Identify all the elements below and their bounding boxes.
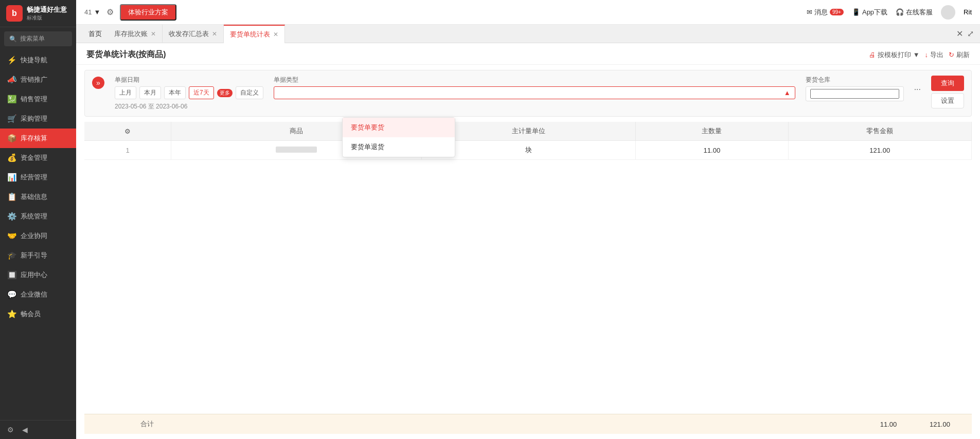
sidebar-item-quick-nav[interactable]: ⚡快捷导航 bbox=[0, 50, 76, 70]
filter-more-icon[interactable]: ··· bbox=[914, 85, 921, 94]
sidebar-item-guide[interactable]: 🎓新手引导 bbox=[0, 246, 76, 265]
tab-label: 收发存汇总表 bbox=[169, 29, 209, 39]
nav-icon-marketing: 📣 bbox=[7, 75, 16, 84]
warehouse-input[interactable] bbox=[810, 89, 899, 99]
dropdown-item-要货单要货[interactable]: 要货单要货 bbox=[343, 118, 455, 137]
tab-bar: 首页 库存批次账✕收发存汇总表✕要货单统计表✕ ✕ ⤢ bbox=[76, 25, 980, 43]
sidebar-nav: ⚡快捷导航📣营销推广💹销售管理🛒采购管理📦库存核算💰资金管理📊经营管理📋基础信息… bbox=[0, 50, 76, 420]
page-body: 要货单统计表(按商品) 🖨 按模板打印 ▼ ↓ 导出 ↻ 刷新 » bbox=[76, 43, 980, 439]
filter-expand-btn[interactable]: » bbox=[92, 77, 104, 89]
tab-收发存汇总表[interactable]: 收发存汇总表✕ bbox=[163, 25, 224, 43]
sidebar-item-operations[interactable]: 📊经营管理 bbox=[0, 168, 76, 187]
close-all-icon[interactable]: ✕ bbox=[956, 29, 963, 39]
expand-icon[interactable]: ⤢ bbox=[967, 29, 974, 39]
warehouse-filter-group: 要货仓库 bbox=[806, 76, 904, 101]
table-footer: 合计 11.00 121.00 bbox=[84, 414, 972, 434]
sidebar-item-finance[interactable]: 💰资金管理 bbox=[0, 148, 76, 168]
date-options-row: 上月本月本年近7天更多自定义 bbox=[115, 86, 263, 99]
query-button[interactable]: 查询 bbox=[931, 76, 964, 91]
footer-label: 合计 bbox=[91, 419, 204, 429]
store-selector[interactable]: 41 ▼ bbox=[84, 8, 100, 16]
tab-close-icon[interactable]: ✕ bbox=[273, 31, 278, 38]
col-header-settings[interactable]: ⚙ bbox=[84, 122, 171, 141]
tabs-actions: ✕ ⤢ bbox=[956, 29, 974, 39]
nav-icon-enterprise: 🤝 bbox=[7, 231, 16, 241]
sidebar-item-purchase[interactable]: 🛒采购管理 bbox=[0, 109, 76, 129]
warehouse-input-container[interactable] bbox=[806, 86, 904, 101]
sidebar-search[interactable]: 🔍 搜索菜单 bbox=[4, 31, 72, 46]
date-filter-label: 单据日期 bbox=[115, 76, 263, 84]
sidebar-item-label: 快捷导航 bbox=[21, 56, 47, 65]
tab-label: 库存批次账 bbox=[114, 29, 148, 39]
date-btn-0[interactable]: 上月 bbox=[115, 86, 136, 99]
nav-icon-quick-nav: ⚡ bbox=[7, 56, 16, 65]
topbar-right: ✉ 消息 99+ 📱 App下载 🎧 在线客服 Rit bbox=[807, 5, 972, 20]
type-chevron-up-icon[interactable]: ▲ bbox=[784, 89, 791, 97]
sidebar-item-label: 营销推广 bbox=[21, 75, 47, 84]
tab-home[interactable]: 首页 bbox=[82, 29, 108, 39]
service-icon: 🎧 bbox=[896, 8, 904, 16]
type-input-container[interactable]: ▲ bbox=[274, 86, 795, 99]
row-index: 1 bbox=[84, 141, 171, 160]
sidebar-item-inventory[interactable]: 📦库存核算 bbox=[0, 129, 76, 148]
username-label: Rit bbox=[964, 8, 972, 16]
tab-close-icon[interactable]: ✕ bbox=[151, 30, 156, 38]
app-logo: b bbox=[6, 5, 23, 22]
sidebar-item-label: 系统管理 bbox=[21, 212, 47, 221]
export-icon: ↓ bbox=[925, 51, 929, 59]
sidebar-item-sales[interactable]: 💹销售管理 bbox=[0, 89, 76, 109]
date-filter-group: 单据日期 上月本月本年近7天更多自定义 2023-05-06 至 2023-06… bbox=[115, 76, 263, 111]
nav-icon-finance: 💰 bbox=[7, 153, 16, 162]
page-actions: 🖨 按模板打印 ▼ ↓ 导出 ↻ 刷新 bbox=[869, 50, 970, 60]
sidebar-item-label: 畅会员 bbox=[21, 309, 41, 319]
date-btn-2[interactable]: 本年 bbox=[164, 86, 186, 99]
warehouse-label: 要货仓库 bbox=[806, 76, 904, 84]
sidebar: b 畅捷通好生意 标准版 🔍 搜索菜单 ⚡快捷导航📣营销推广💹销售管理🛒采购管理… bbox=[0, 0, 76, 439]
footer-amount: 121.00 bbox=[914, 420, 966, 428]
tab-要货单统计表[interactable]: 要货单统计表✕ bbox=[224, 25, 285, 43]
refresh-btn[interactable]: ↻ 刷新 bbox=[949, 50, 970, 60]
sidebar-item-app-center[interactable]: 🔲应用中心 bbox=[0, 265, 76, 285]
sidebar-item-marketing[interactable]: 📣营销推广 bbox=[0, 70, 76, 89]
nav-icon-inventory: 📦 bbox=[7, 134, 16, 143]
more-badge: 更多 bbox=[217, 89, 233, 97]
sidebar-item-wechat[interactable]: 💬企业微信 bbox=[0, 285, 76, 304]
export-btn[interactable]: ↓ 导出 bbox=[925, 50, 944, 60]
user-avatar[interactable] bbox=[941, 5, 955, 20]
tab-库存批次账[interactable]: 库存批次账✕ bbox=[108, 25, 163, 43]
data-table-container: ⚙商品主计量单位主数量零售金额 1 块 11.00 121.00 bbox=[84, 122, 972, 414]
sidebar-item-label: 资金管理 bbox=[21, 153, 47, 162]
message-btn[interactable]: ✉ 消息 99+ bbox=[807, 8, 844, 17]
tab-close-icon[interactable]: ✕ bbox=[212, 30, 217, 38]
print-template-btn[interactable]: 🖨 按模板打印 ▼ bbox=[869, 50, 920, 60]
sidebar-item-base-info[interactable]: 📋基础信息 bbox=[0, 187, 76, 207]
chevron-down-icon: ▼ bbox=[94, 8, 100, 16]
print-chevron-icon: ▼ bbox=[913, 51, 920, 59]
sidebar-item-label: 采购管理 bbox=[21, 114, 47, 123]
collapse-icon[interactable]: ◀ bbox=[22, 426, 28, 434]
nav-icon-purchase: 🛒 bbox=[7, 114, 16, 123]
settings-icon[interactable]: ⚙ bbox=[7, 426, 14, 434]
sidebar-item-membership[interactable]: ⭐畅会员 bbox=[0, 304, 76, 324]
sidebar-item-system[interactable]: ⚙️系统管理 bbox=[0, 207, 76, 226]
search-icon: 🔍 bbox=[9, 35, 17, 43]
table-row: 1 块 11.00 121.00 bbox=[84, 141, 972, 160]
settings-button[interactable]: 设置 bbox=[931, 93, 964, 108]
date-btn-3[interactable]: 近7天 bbox=[189, 86, 214, 99]
app-download-btn[interactable]: 📱 App下载 bbox=[852, 8, 887, 17]
sidebar-item-label: 经营管理 bbox=[21, 173, 47, 182]
sidebar-item-label: 应用中心 bbox=[21, 270, 47, 280]
date-btn-4[interactable]: 自定义 bbox=[236, 86, 263, 99]
filter-bar: » 单据日期 上月本月本年近7天更多自定义 2023-05-06 至 2023-… bbox=[84, 70, 972, 117]
date-btn-1[interactable]: 本月 bbox=[139, 86, 161, 99]
type-input[interactable] bbox=[278, 89, 784, 97]
nav-icon-app-center: 🔲 bbox=[7, 270, 16, 280]
col-header-amount: 零售金额 bbox=[788, 122, 972, 141]
sidebar-item-label: 库存核算 bbox=[21, 134, 47, 143]
gear-icon[interactable]: ⚙ bbox=[106, 7, 114, 17]
sidebar-item-enterprise[interactable]: 🤝企业协同 bbox=[0, 226, 76, 246]
tab-label: 要货单统计表 bbox=[230, 30, 270, 39]
promo-button[interactable]: 体验行业方案 bbox=[120, 4, 176, 21]
online-service-btn[interactable]: 🎧 在线客服 bbox=[896, 8, 933, 17]
dropdown-item-要货单退货[interactable]: 要货单退货 bbox=[343, 137, 455, 157]
